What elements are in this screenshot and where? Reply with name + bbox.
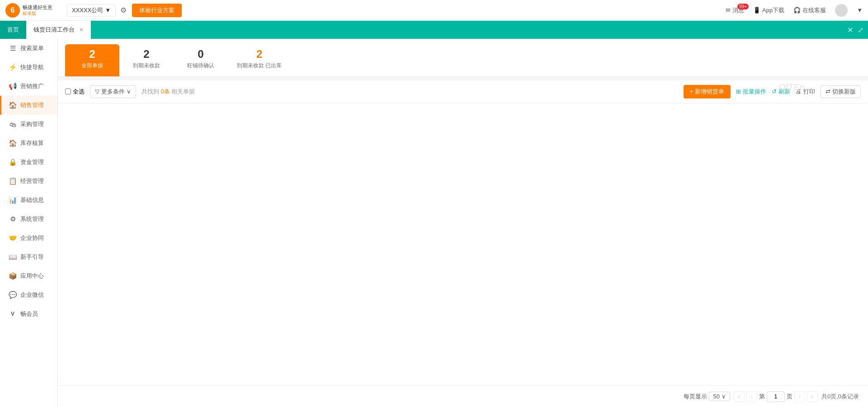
app-center-icon: 📦	[9, 272, 17, 280]
top-header: 6 畅捷通好生意 标准版 XXXXX公司 ▼ ⚙ 体验行业方案 ✉ 消息 99+…	[0, 0, 868, 21]
quick-nav-icon: ⚡	[9, 63, 17, 71]
stat-tab-pending[interactable]: 0 旺铺待确认	[174, 44, 228, 76]
toolbar-right: + 新增销货单 ⊞ 批量操作 ↺ 刷新 🖨 打印 ⇄ 切换新版	[684, 85, 861, 98]
settings-button[interactable]: ⚙	[120, 6, 127, 14]
app-download-button[interactable]: 📱 App下载	[753, 6, 784, 14]
first-page-button[interactable]: «	[734, 391, 745, 402]
page-number-input[interactable]	[767, 391, 785, 402]
home-tab-label: 首页	[7, 26, 19, 34]
page-size-select: 每页显示 50 ∨	[684, 392, 730, 401]
message-icon: ✉	[726, 7, 731, 14]
workbench-tab-label: 钱货日清工作台	[33, 26, 75, 34]
inventory-icon: 🏠	[9, 139, 17, 147]
sidebar-item-member[interactable]: V 畅会员	[0, 304, 57, 323]
stat-label-all: 全部单据	[81, 62, 103, 70]
guide-icon: 📖	[9, 253, 17, 261]
page-size-dropdown[interactable]: 50 ∨	[709, 392, 730, 401]
stat-label-pending: 旺铺待确认	[187, 62, 214, 70]
pagination-bar: 每页显示 50 ∨ « ‹ 第 页 › » 共0页,0条记录	[58, 385, 868, 407]
total-records: 共0页,0条记录	[821, 393, 859, 401]
sidebar-item-quick-nav[interactable]: ⚡ 快捷导航	[0, 58, 57, 77]
stat-tab-shipped[interactable]: 2 到期未收款 已出库	[228, 44, 291, 76]
found-text: 共找到 0条 相关单据	[142, 88, 195, 96]
stat-tab-overdue[interactable]: 2 到期未收款	[119, 44, 174, 76]
user-menu[interactable]: ▼	[857, 7, 863, 14]
sidebar-item-inventory[interactable]: 🏠 库存核算	[0, 134, 57, 153]
filter-button[interactable]: ▽ 更多条件 ∨	[90, 85, 136, 98]
tab-bar: 首页 钱货日清工作台 ✕ ✕ ⤢	[0, 21, 868, 39]
online-service-button[interactable]: 🎧 在线客服	[793, 6, 826, 14]
stat-number-all: 2	[89, 48, 95, 61]
logo-text: 畅捷通好生意 标准版	[23, 4, 52, 16]
next-page-button[interactable]: ›	[794, 391, 805, 402]
sidebar-item-search[interactable]: ☰ 搜索菜单	[0, 39, 57, 58]
stat-label-overdue: 到期未收款	[133, 62, 160, 70]
refresh-button[interactable]: ↺ 刷新	[772, 88, 790, 96]
chevron-down-icon: ∨	[127, 88, 131, 95]
select-all-checkbox[interactable]: 全选	[65, 88, 85, 96]
prev-page-button[interactable]: ‹	[746, 391, 757, 402]
logo-area: 6 畅捷通好生意 标准版	[5, 3, 63, 18]
chevron-down-icon: ∨	[722, 393, 726, 400]
user-avatar[interactable]	[835, 4, 848, 17]
cooperation-icon: 🤝	[9, 234, 17, 242]
stat-label-shipped: 到期未收款 已出库	[237, 62, 282, 70]
batch-operation-button[interactable]: ⊞ 批量操作	[736, 88, 766, 96]
select-all-input[interactable]	[65, 89, 71, 94]
page-navigation: « ‹ 第 页 › »	[734, 391, 818, 402]
sidebar-item-cooperation[interactable]: 🤝 企业协同	[0, 229, 57, 248]
company-selector[interactable]: XXXXX公司 ▼	[67, 4, 116, 17]
stat-number-pending: 0	[198, 48, 203, 61]
sidebar-item-purchase[interactable]: 🛍 采购管理	[0, 115, 57, 134]
tab-maximize-button[interactable]: ⤢	[858, 26, 863, 34]
sidebar-item-app-center[interactable]: 📦 应用中心	[0, 267, 57, 285]
tab-home[interactable]: 首页	[0, 21, 26, 39]
chevron-down-icon: ▼	[857, 7, 863, 14]
add-sales-order-button[interactable]: + 新增销货单	[684, 85, 731, 98]
marketing-icon: 📢	[9, 82, 17, 90]
switch-icon: ⇄	[826, 88, 830, 95]
system-icon: ⚙	[9, 215, 17, 223]
tab-bar-right: ✕ ⤢	[847, 21, 868, 39]
tab-workbench[interactable]: 钱货日清工作台 ✕	[26, 21, 91, 39]
switch-version-button[interactable]: ⇄ 切换新版	[821, 85, 861, 98]
trial-button[interactable]: 体验行业方案	[132, 4, 182, 17]
sidebar-item-guide[interactable]: 📖 新手引导	[0, 248, 57, 267]
download-icon: 📱	[753, 7, 760, 14]
sidebar-item-marketing[interactable]: 📢 营销推广	[0, 77, 57, 96]
toolbar: 全选 ▽ 更多条件 ∨ 共找到 0条 相关单据 + 新增销货单 ⊞ 批量操作 ↺	[58, 80, 868, 103]
refresh-icon: ↺	[772, 88, 777, 95]
sidebar-item-base-info[interactable]: 📊 基础信息	[0, 191, 57, 210]
member-icon: V	[9, 310, 17, 318]
batch-icon: ⊞	[736, 88, 741, 95]
sidebar-item-operations[interactable]: 📋 经营管理	[0, 172, 57, 191]
sidebar-item-wechat[interactable]: 💬 企业微信	[0, 285, 57, 304]
purchase-icon: 🛍	[9, 120, 17, 128]
print-icon: 🖨	[796, 88, 802, 95]
wechat-icon: 💬	[9, 291, 17, 299]
service-icon: 🎧	[793, 7, 801, 14]
sales-icon: 🏠	[9, 101, 17, 109]
sidebar-item-system[interactable]: ⚙ 系统管理	[0, 210, 57, 229]
close-icon[interactable]: ✕	[79, 27, 84, 33]
sidebar-item-sales[interactable]: 🏠 销售管理	[0, 96, 57, 115]
table-area	[58, 103, 868, 385]
search-menu-icon: ☰	[9, 44, 17, 52]
tab-minimize-button[interactable]: ✕	[847, 26, 853, 34]
stat-tab-all[interactable]: 2 全部单据	[65, 44, 119, 76]
stat-number-overdue: 2	[143, 48, 149, 61]
message-badge: 99+	[737, 4, 749, 9]
stats-bar: 2 全部单据 2 到期未收款 0 旺铺待确认 2 到期未收款 已出库	[58, 39, 868, 77]
filter-icon: ▽	[95, 88, 99, 95]
operations-icon: 📋	[9, 177, 17, 185]
message-button[interactable]: ✉ 消息 99+	[726, 6, 744, 14]
header-right: ✉ 消息 99+ 📱 App下载 🎧 在线客服 ▼	[726, 4, 863, 17]
sidebar: ☰ 搜索菜单 ⚡ 快捷导航 📢 营销推广 🏠 销售管理 🛍 采购管理 🏠 库存核…	[0, 39, 58, 407]
base-info-icon: 📊	[9, 196, 17, 204]
logo-icon: 6	[5, 3, 20, 18]
print-button[interactable]: 🖨 打印	[796, 88, 815, 96]
content-area: 2 全部单据 2 到期未收款 0 旺铺待确认 2 到期未收款 已出库 全选	[58, 39, 868, 407]
last-page-button[interactable]: »	[807, 391, 818, 402]
sidebar-item-finance[interactable]: 🔒 资金管理	[0, 153, 57, 172]
finance-icon: 🔒	[9, 158, 17, 166]
